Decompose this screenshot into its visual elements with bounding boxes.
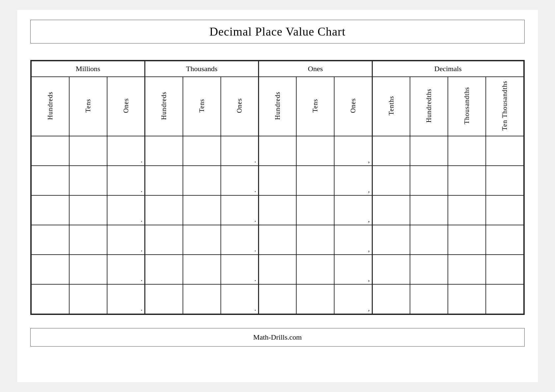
group-thousands: Thousands (145, 61, 259, 77)
cell[interactable] (372, 255, 410, 284)
cell[interactable] (31, 284, 69, 314)
cell[interactable] (145, 255, 183, 284)
table-row: . . , (31, 195, 524, 225)
cell[interactable] (183, 195, 221, 225)
cell[interactable]: . (221, 284, 259, 314)
cell[interactable] (448, 166, 486, 195)
cell[interactable]: , (334, 136, 372, 166)
cell[interactable] (372, 136, 410, 166)
cell[interactable]: , (334, 195, 372, 225)
cell[interactable] (183, 166, 221, 195)
col-th-ones: Ones (221, 77, 259, 136)
col-o-hundreds: Hundreds (259, 77, 297, 136)
cell[interactable] (31, 136, 69, 166)
cell[interactable] (410, 136, 448, 166)
cell[interactable]: , (334, 225, 372, 255)
cell[interactable] (410, 225, 448, 255)
group-millions: Millions (31, 61, 145, 77)
cell[interactable] (448, 255, 486, 284)
col-o-ones: Ones (334, 77, 372, 136)
cell[interactable] (259, 225, 297, 255)
cell[interactable] (69, 255, 107, 284)
cell[interactable]: . (221, 166, 259, 195)
cell[interactable] (410, 284, 448, 314)
cell[interactable] (296, 284, 334, 314)
col-m-hundreds: Hundreds (31, 77, 69, 136)
group-ones: Ones (259, 61, 372, 77)
cell[interactable] (31, 166, 69, 195)
cell[interactable]: . (107, 195, 145, 225)
cell[interactable]: . (221, 136, 259, 166)
col-d-thousandths: Thousandths (448, 77, 486, 136)
cell[interactable] (372, 166, 410, 195)
cell[interactable] (259, 136, 297, 166)
title-box: Decimal Place Value Chart (30, 20, 525, 43)
chart-container: Millions Thousands Ones Decimals Hundred… (30, 60, 525, 315)
cell[interactable] (69, 225, 107, 255)
cell[interactable] (31, 195, 69, 225)
col-m-ones: Ones (107, 77, 145, 136)
cell[interactable]: . (221, 255, 259, 284)
cell[interactable] (448, 284, 486, 314)
cell[interactable]: , (334, 255, 372, 284)
cell[interactable]: . (221, 225, 259, 255)
cell[interactable]: , (334, 284, 372, 314)
cell[interactable]: . (107, 255, 145, 284)
cell[interactable]: . (107, 136, 145, 166)
cell[interactable] (183, 225, 221, 255)
col-m-tens: Tens (69, 77, 107, 136)
cell[interactable] (448, 136, 486, 166)
cell[interactable] (31, 255, 69, 284)
cell[interactable] (486, 195, 524, 225)
cell[interactable] (69, 166, 107, 195)
cell[interactable] (410, 255, 448, 284)
cell[interactable]: . (107, 225, 145, 255)
cell[interactable] (410, 195, 448, 225)
cell[interactable]: , (334, 166, 372, 195)
cell[interactable] (486, 225, 524, 255)
cell[interactable] (145, 225, 183, 255)
cell[interactable] (296, 255, 334, 284)
cell[interactable] (486, 166, 524, 195)
cell[interactable] (448, 225, 486, 255)
col-d-tenths: Tenths (372, 77, 410, 136)
cell[interactable]: . (107, 284, 145, 314)
cell[interactable] (145, 166, 183, 195)
cell[interactable]: . (221, 195, 259, 225)
cell[interactable] (31, 225, 69, 255)
cell[interactable] (296, 225, 334, 255)
cell[interactable] (296, 195, 334, 225)
cell[interactable] (372, 225, 410, 255)
cell[interactable] (372, 195, 410, 225)
cell[interactable] (372, 284, 410, 314)
table-row: . . , (31, 255, 524, 284)
cell[interactable] (69, 284, 107, 314)
cell[interactable] (183, 136, 221, 166)
table-row: . . , (31, 136, 524, 166)
cell[interactable] (259, 255, 297, 284)
cell[interactable] (69, 136, 107, 166)
table-row: . . , (31, 284, 524, 314)
cell[interactable] (448, 195, 486, 225)
cell[interactable] (259, 166, 297, 195)
cell[interactable] (486, 255, 524, 284)
cell[interactable] (296, 136, 334, 166)
cell[interactable] (486, 136, 524, 166)
cell[interactable] (145, 284, 183, 314)
cell[interactable] (259, 195, 297, 225)
cell[interactable] (296, 166, 334, 195)
cell[interactable] (486, 284, 524, 314)
cell[interactable] (145, 136, 183, 166)
cell[interactable] (69, 195, 107, 225)
cell[interactable]: . (107, 166, 145, 195)
col-header-row: Hundreds Tens Ones Hundreds Tens Ones Hu… (31, 77, 524, 136)
cell[interactable] (183, 284, 221, 314)
cell[interactable] (183, 255, 221, 284)
cell[interactable] (259, 284, 297, 314)
table-row: . . , (31, 166, 524, 195)
group-header-row: Millions Thousands Ones Decimals (31, 61, 524, 77)
place-value-table: Millions Thousands Ones Decimals Hundred… (31, 61, 524, 314)
cell[interactable] (145, 195, 183, 225)
page: Decimal Place Value Chart Millions Thous… (17, 10, 538, 382)
cell[interactable] (410, 166, 448, 195)
